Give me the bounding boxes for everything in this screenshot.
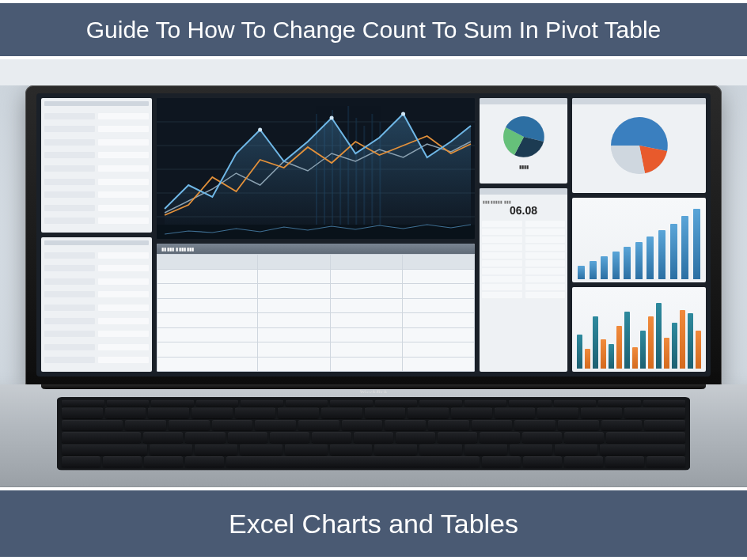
laptop-illustration: ▮▮▮▮▮ ▮▮▮▮▮▮▮ bbox=[25, 85, 722, 495]
pie-small-svg bbox=[499, 112, 549, 162]
left-column bbox=[41, 98, 152, 372]
laptop-brand: WovkBrk bbox=[359, 389, 388, 394]
list-panel-bottom bbox=[41, 237, 152, 372]
stat-panel: ▮▮▮ ▮▮▮▮▮ ▮▮▮ 06.08 bbox=[480, 188, 567, 372]
header-title: Guide To How To Change Count To Sum In P… bbox=[86, 17, 662, 43]
pie-large-svg bbox=[605, 112, 673, 180]
right-column: ▮▮▮▮ ▮▮▮ ▮▮▮▮▮ ▮▮▮ 06.08 bbox=[480, 98, 706, 372]
center-table: ▮▮▮▮▮ ▮▮▮▮▮▮▮ bbox=[157, 244, 475, 372]
svg-point-17 bbox=[401, 112, 405, 116]
dashboard-screen: ▮▮▮▮▮ ▮▮▮▮▮▮▮ bbox=[36, 93, 711, 376]
center-column: ▮▮▮▮▮ ▮▮▮▮▮▮▮ bbox=[157, 98, 475, 372]
svg-point-16 bbox=[330, 116, 334, 120]
line-chart-svg bbox=[157, 98, 475, 239]
footer-title: Excel Charts and Tables bbox=[229, 509, 518, 539]
laptop-screen-bezel: ▮▮▮▮▮ ▮▮▮▮▮▮▮ bbox=[25, 85, 722, 386]
pie-chart-large bbox=[572, 98, 706, 193]
header-banner: Guide To How To Change Count To Sum In P… bbox=[0, 0, 747, 59]
footer-banner: Excel Charts and Tables bbox=[0, 487, 747, 560]
bar-chart-ascending bbox=[572, 198, 706, 282]
laptop-keyboard: WovkBrk bbox=[0, 384, 747, 486]
big-number: 06.08 bbox=[483, 204, 564, 217]
table-header: ▮▮▮▮▮ ▮▮▮▮▮▮▮ bbox=[157, 244, 475, 254]
bar-chart-grouped bbox=[572, 287, 706, 372]
list-panel-top bbox=[41, 98, 152, 233]
hero-scene: ▮▮▮▮▮ ▮▮▮▮▮▮▮ bbox=[0, 85, 747, 495]
pie-chart-small: ▮▮▮▮ bbox=[480, 98, 567, 184]
line-chart-panel bbox=[157, 98, 475, 239]
svg-point-15 bbox=[258, 128, 262, 132]
